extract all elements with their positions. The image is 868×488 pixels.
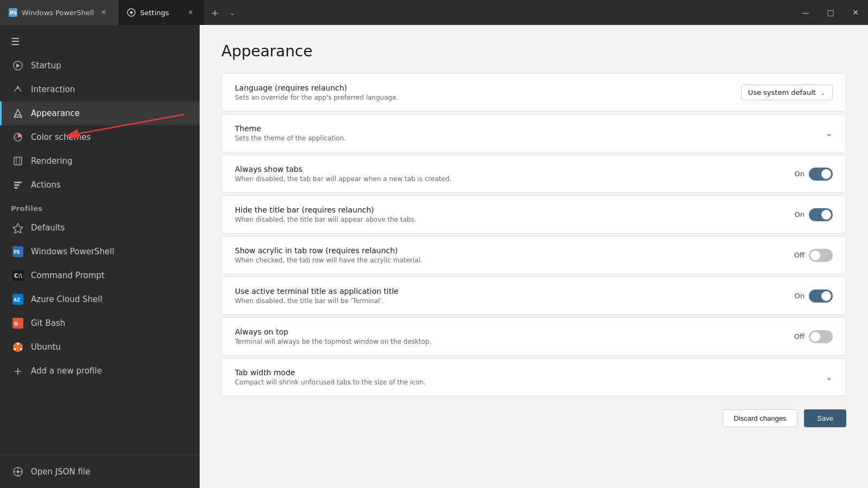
hide-title-bar-label: Hide the title bar (requires relaunch) [235, 206, 416, 214]
sidebar-hamburger[interactable]: ☰ [0, 29, 200, 54]
svg-point-7 [17, 86, 19, 88]
svg-point-3 [130, 11, 133, 14]
tab-width-mode-desc: Compact will shrink unfocused tabs to th… [235, 378, 425, 386]
sidebar-item-azure-cloud-shell[interactable]: AZ Azure Cloud Shell [0, 287, 200, 311]
hide-title-bar-toggle-group: On [795, 208, 833, 221]
hide-title-bar-card: Hide the title bar (requires relaunch) W… [222, 196, 846, 233]
tab-powershell[interactable]: PS Windows PowerShell ✕ [0, 0, 118, 25]
svg-rect-13 [14, 182, 22, 183]
sidebar-item-actions[interactable]: Actions [0, 173, 200, 197]
tab-settings[interactable]: Settings ✕ [118, 0, 205, 25]
theme-desc: Sets the theme of the application. [235, 134, 346, 142]
appearance-icon [12, 108, 23, 119]
theme-label: Theme [235, 124, 346, 133]
always-show-tabs-toggle-group: On [795, 168, 833, 181]
settings-tab-icon [127, 8, 136, 17]
sidebar-item-ubuntu-label: Ubuntu [31, 342, 61, 352]
active-title-state-label: On [795, 292, 805, 300]
always-on-top-card: Always on top Terminal will always be th… [222, 318, 846, 355]
sidebar-item-interaction-label: Interaction [31, 85, 75, 94]
theme-dropdown-arrow[interactable]: ⌄ [826, 128, 833, 138]
language-value: Use system default [748, 88, 816, 97]
startup-icon [12, 60, 23, 71]
show-acrylic-setting: Show acrylic in tab row (requires relaun… [221, 236, 846, 274]
open-json-icon [12, 466, 23, 477]
page-title: Appearance [221, 42, 846, 60]
always-on-top-state-label: Off [794, 332, 805, 341]
sidebar-item-windows-powershell-label: Windows PowerShell [31, 247, 114, 256]
always-on-top-toggle-group: Off [794, 330, 833, 343]
theme-card: Theme Sets the theme of the application.… [222, 114, 846, 152]
save-button[interactable]: Save [804, 409, 846, 427]
hide-title-bar-toggle[interactable] [809, 208, 833, 221]
sidebar-item-command-prompt[interactable]: C:\ Command Prompt [0, 264, 200, 287]
sidebar-item-git-bash[interactable]: G Git Bash [0, 311, 200, 335]
sidebar: ☰ Startup Interaction Appearance Color s… [0, 25, 200, 488]
close-button[interactable]: ✕ [843, 0, 868, 25]
sidebar-item-git-bash-label: Git Bash [31, 318, 65, 328]
always-show-tabs-desc: When disabled, the tab bar will appear w… [235, 175, 451, 183]
tab-powershell-label: Windows PowerShell [22, 9, 94, 17]
tab-dropdown-button[interactable]: ⌄ [225, 5, 240, 20]
new-tab-button[interactable]: + [205, 3, 225, 22]
always-show-tabs-state-label: On [795, 170, 805, 178]
language-dropdown-arrow: ⌄ [820, 89, 826, 97]
show-acrylic-desc: When checked, the tab row will have the … [235, 256, 423, 264]
sidebar-item-defaults[interactable]: Defaults [0, 216, 200, 240]
always-show-tabs-setting: Always show tabs When disabled, the tab … [221, 155, 846, 193]
discard-changes-button[interactable]: Discard changes [723, 409, 798, 427]
active-title-desc: When disabled, the title bar will be 'Te… [235, 297, 399, 305]
active-title-card: Use active terminal title as application… [222, 277, 846, 314]
always-show-tabs-toggle[interactable] [809, 168, 833, 181]
profiles-section-label: Profiles [0, 197, 200, 216]
sidebar-item-color-schemes-label: Color schemes [31, 132, 91, 142]
sidebar-item-windows-powershell[interactable]: PS Windows PowerShell [0, 240, 200, 264]
sidebar-item-actions-label: Actions [31, 180, 61, 190]
sidebar-item-color-schemes[interactable]: Color schemes [0, 125, 200, 149]
show-acrylic-toggle[interactable] [809, 249, 833, 262]
tab-settings-close[interactable]: ✕ [185, 7, 196, 18]
always-show-tabs-label: Always show tabs [235, 165, 451, 174]
svg-point-30 [17, 471, 20, 473]
content-area: Appearance Language (requires relaunch) … [200, 25, 868, 488]
always-show-tabs-card: Always show tabs When disabled, the tab … [222, 155, 846, 192]
sidebar-item-startup[interactable]: Startup [0, 54, 200, 78]
tab-powershell-close[interactable]: ✕ [98, 7, 109, 18]
hide-title-bar-setting: Hide the title bar (requires relaunch) W… [221, 195, 846, 234]
sidebar-item-rendering-label: Rendering [31, 156, 73, 166]
tab-width-mode-dropdown-arrow[interactable]: ⌄ [826, 372, 833, 382]
svg-rect-14 [14, 184, 20, 186]
sidebar-item-rendering[interactable]: Rendering [0, 149, 200, 173]
title-bar: PS Windows PowerShell ✕ Settings ✕ + ⌄ —… [0, 0, 868, 25]
language-setting: Language (requires relaunch) Sets an ove… [221, 73, 846, 112]
defaults-icon [12, 222, 23, 233]
sidebar-item-ubuntu[interactable]: Ubuntu [0, 335, 200, 359]
hide-title-bar-desc: When disabled, the title bar will appear… [235, 216, 416, 223]
sidebar-item-appearance[interactable]: Appearance [0, 101, 200, 125]
active-title-setting: Use active terminal title as application… [221, 277, 846, 315]
language-desc: Sets an override for the app's preferred… [235, 94, 398, 101]
hide-title-bar-text: Hide the title bar (requires relaunch) W… [235, 206, 416, 223]
always-on-top-label: Always on top [235, 328, 431, 336]
active-title-toggle[interactable] [809, 290, 833, 303]
color-schemes-icon [12, 132, 23, 143]
sidebar-item-open-json[interactable]: Open JSON file [0, 460, 200, 484]
minimize-button[interactable]: — [793, 0, 818, 25]
svg-rect-10 [14, 157, 22, 165]
svg-point-26 [17, 343, 19, 345]
sidebar-item-add-profile[interactable]: + Add a new profile [0, 359, 200, 383]
show-acrylic-card: Show acrylic in tab row (requires relaun… [222, 236, 846, 274]
tabs-area: PS Windows PowerShell ✕ Settings ✕ + ⌄ [0, 0, 793, 25]
sidebar-item-interaction[interactable]: Interaction [0, 78, 200, 101]
language-dropdown[interactable]: Use system default ⌄ [741, 85, 833, 100]
command-prompt-icon: C:\ [12, 270, 23, 281]
show-acrylic-toggle-group: Off [794, 249, 833, 262]
always-on-top-toggle[interactable] [809, 330, 833, 343]
svg-rect-15 [14, 187, 18, 189]
tab-settings-label: Settings [140, 9, 169, 17]
theme-text: Theme Sets the theme of the application. [235, 124, 346, 142]
maximize-button[interactable]: □ [818, 0, 843, 25]
git-bash-icon: G [12, 318, 23, 329]
hide-title-bar-state-label: On [795, 210, 805, 219]
language-text: Language (requires relaunch) Sets an ove… [235, 84, 398, 101]
